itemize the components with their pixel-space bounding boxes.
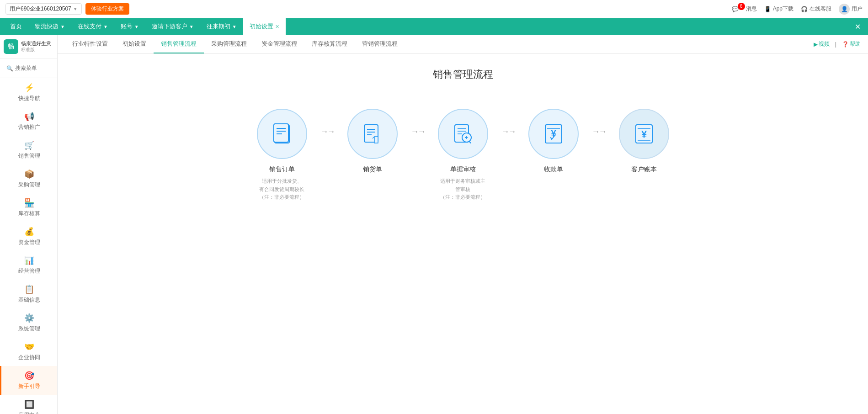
user-avatar-item[interactable]: 👤 用户 (839, 4, 863, 15)
purchase-icon: 📦 (24, 169, 34, 179)
flow-label-sales-order: 销售订单 (269, 165, 295, 174)
svg-rect-4 (274, 124, 288, 142)
sub-tabs-right: ▶ 视频 | ❓ 帮助 (814, 40, 861, 48)
sub-tab-industry[interactable]: 行业特性设置 (65, 35, 115, 53)
help-link[interactable]: ❓ 帮助 (842, 40, 861, 48)
sub-tab-finance-flow[interactable]: 资金管理流程 (254, 35, 304, 53)
invoice-icon (361, 122, 384, 146)
logo-text: 畅康通好生意 (21, 40, 51, 47)
message-item[interactable]: 💬 6 消息 (732, 5, 757, 13)
user-selector[interactable]: 用户690企业1660120507 ▼ (5, 3, 82, 15)
nav-tab-logistics-arrow: ▼ (60, 24, 65, 29)
logo-icon: 畅 (4, 39, 18, 54)
nav-tab-payment[interactable]: 在线支付 ▼ (71, 18, 114, 35)
sub-tab-inventory-flow[interactable]: 库存核算流程 (304, 35, 355, 53)
basic-info-icon: 📋 (24, 284, 34, 294)
flow-step-ledger: ¥ 客户账本 (607, 109, 681, 177)
nav-tab-logistics[interactable]: 物流快递 ▼ (28, 18, 71, 35)
nav-tab-payment-label: 在线支付 (78, 22, 101, 31)
divider: | (835, 41, 836, 48)
sales-order-icon (270, 122, 294, 146)
nav-tab-init-close[interactable]: ✕ (275, 24, 279, 30)
sidebar-item-operation[interactable]: 📊 经营管理 (0, 251, 57, 280)
service-item[interactable]: 🎧 在线客服 (801, 5, 831, 13)
flow-circle-receipt[interactable]: ¥ (528, 109, 579, 159)
sub-tab-init[interactable]: 初始设置 (115, 35, 154, 53)
service-label: 在线客服 (809, 5, 831, 13)
flow-step-audit: 单据审核 适用于财务审核或主管审核（注：非必要流程） (426, 109, 500, 202)
help-icon: ❓ (842, 41, 849, 48)
inventory-icon: 🏪 (24, 198, 34, 208)
nav-tab-home[interactable]: 首页 (4, 18, 28, 35)
sub-tab-purchase-flow[interactable]: 采购管理流程 (204, 35, 254, 53)
sub-tab-inventory-flow-label: 库存核算流程 (312, 40, 347, 47)
flow-content: 销售管理流程 (58, 54, 868, 414)
sidebar-item-basic-info[interactable]: 📋 基础信息 (0, 280, 57, 308)
guide-icon: 🎯 (24, 371, 34, 381)
flow-circle-audit[interactable] (438, 109, 488, 159)
message-label: 消息 (746, 5, 757, 13)
user-name-label: 用户 (852, 5, 863, 13)
sidebar-item-label: 销售管理 (18, 152, 40, 160)
top-bar-left: 用户690企业1660120507 ▼ 体验行业方案 (5, 3, 129, 15)
nav-tab-account[interactable]: 账号 ▼ (114, 18, 145, 35)
sidebar-item-inventory[interactable]: 🏪 库存核算 (0, 193, 57, 222)
sidebar-item-system[interactable]: ⚙️ 系统管理 (0, 308, 57, 337)
trial-button[interactable]: 体验行业方案 (85, 3, 129, 15)
search-icon: 🔍 (6, 65, 13, 72)
nav-tab-period[interactable]: 往来期初 ▼ (200, 18, 243, 35)
app-center-icon: 🔲 (24, 399, 34, 409)
sales-icon: 🛒 (24, 140, 34, 150)
nav-tab-init[interactable]: 初始设置 ✕ (243, 18, 286, 35)
svg-text:¥: ¥ (641, 128, 647, 140)
flow-label-audit: 单据审核 (450, 165, 476, 174)
flow-arrow-1: →→ (319, 109, 336, 137)
sub-tabs: 行业特性设置 初始设置 销售管理流程 采购管理流程 资金管理流程 库存核算流程 … (58, 35, 868, 54)
sidebar-item-label: 资金管理 (18, 239, 40, 246)
logo-sub: 标准版 (21, 47, 51, 53)
flow-circle-ledger[interactable]: ¥ (619, 109, 669, 159)
video-icon: ▶ (814, 41, 818, 48)
sidebar-logo: 畅 畅康通好生意 标准版 (0, 35, 57, 59)
nav-tab-invite[interactable]: 邀请下游客户 ▼ (145, 18, 200, 35)
top-bar: 用户690企业1660120507 ▼ 体验行业方案 💬 6 消息 📱 App下… (0, 0, 868, 18)
sidebar-item-enterprise[interactable]: 🤝 企业协同 (0, 337, 57, 366)
receipt-icon: ¥ (542, 122, 565, 146)
nav-tab-account-label: 账号 (121, 22, 133, 31)
nav-tabs: 首页 物流快递 ▼ 在线支付 ▼ 账号 ▼ 邀请下游客户 ▼ 往来期初 ▼ 初始… (0, 18, 868, 35)
flow-arrow-2: →→ (409, 109, 426, 137)
marketing-icon: 📢 (24, 111, 34, 122)
sub-tab-marketing-flow[interactable]: 营销管理流程 (355, 35, 405, 53)
app-download-item[interactable]: 📱 App下载 (764, 5, 793, 13)
search-menu-button[interactable]: 🔍 搜索菜单 (4, 63, 53, 74)
svg-line-19 (469, 141, 471, 143)
video-link[interactable]: ▶ 视频 (814, 40, 830, 48)
flow-desc-audit: 适用于财务审核或主管审核（注：非必要流程） (440, 177, 485, 202)
flow-circle-invoice[interactable] (347, 109, 398, 159)
flow-step-invoice: 销货单 (336, 109, 409, 177)
nav-tab-invite-arrow: ▼ (189, 24, 194, 29)
sidebar-item-quick-nav[interactable]: ⚡ 快捷导航 (0, 78, 57, 107)
flow-label-ledger: 客户账本 (631, 165, 657, 174)
nav-tab-account-arrow: ▼ (134, 24, 139, 29)
sidebar: 畅 畅康通好生意 标准版 🔍 搜索菜单 ⚡ 快捷导航 📢 营销推广 🛒 销售管理… (0, 35, 58, 414)
sidebar-item-guide[interactable]: 🎯 新手引导 (0, 366, 57, 395)
close-all-tabs-button[interactable]: ✕ (851, 22, 864, 31)
sidebar-item-app-center[interactable]: 🔲 应用中心 (0, 395, 57, 414)
flow-circle-sales-order[interactable] (257, 109, 307, 159)
sidebar-item-label: 系统管理 (18, 325, 40, 333)
quick-nav-icon: ⚡ (24, 83, 34, 93)
content-area: 行业特性设置 初始设置 销售管理流程 采购管理流程 资金管理流程 库存核算流程 … (58, 35, 868, 414)
sub-tab-sales-flow[interactable]: 销售管理流程 (154, 35, 204, 53)
sidebar-item-label: 基础信息 (18, 296, 40, 304)
sidebar-item-purchase[interactable]: 📦 采购管理 (0, 165, 57, 193)
sidebar-item-sales[interactable]: 🛒 销售管理 (0, 136, 57, 165)
sidebar-item-finance[interactable]: 💰 资金管理 (0, 222, 57, 251)
sub-tab-finance-flow-label: 资金管理流程 (261, 40, 297, 47)
app-label: App下载 (773, 5, 793, 13)
sidebar-search[interactable]: 🔍 搜索菜单 (0, 59, 57, 78)
sidebar-item-marketing[interactable]: 📢 营销推广 (0, 107, 57, 136)
flow-steps: 销售订单 适用于分批发货、有合同发货周期较长（注：非必要流程） →→ (76, 109, 850, 202)
sub-tab-init-label: 初始设置 (122, 40, 146, 47)
sidebar-item-label: 应用中心 (18, 411, 40, 414)
